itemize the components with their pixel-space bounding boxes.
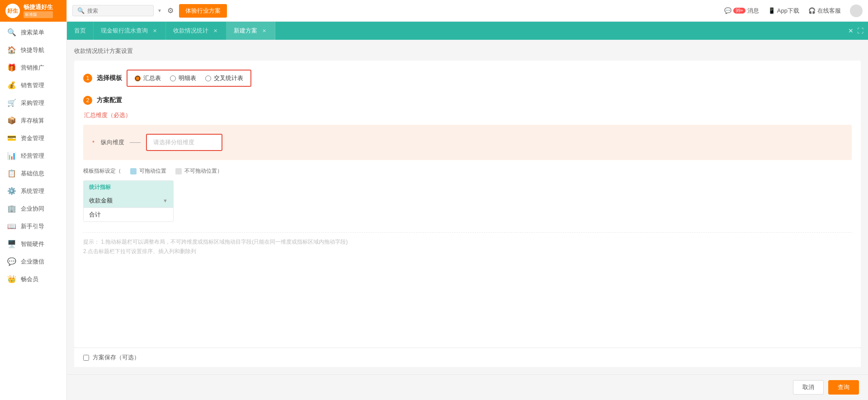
guide-icon: 📖: [7, 222, 16, 231]
sidebar-item-search-menu[interactable]: 🔍 搜索菜单: [0, 24, 66, 41]
sidebar-item-marketing[interactable]: 🎁 营销推广: [0, 59, 66, 76]
tips-area: 提示： 1.拖动标题栏可以调整布局，不可跨维度或指标区域拖动目字段(只能在同一维…: [83, 232, 852, 255]
step1-badge: 1: [83, 74, 92, 83]
main-area: 🔍 ▼ ⚙ 体验行业方案 💬 99+ 消息 📱 App下载 🎧 在线客服: [67, 0, 868, 400]
dim-select[interactable]: 请选择分组维度: [146, 134, 222, 151]
marketing-icon: 🎁: [7, 63, 16, 72]
app-download-icon: 📱: [768, 7, 775, 14]
search-input[interactable]: [87, 8, 146, 14]
sidebar-item-enterprise[interactable]: 🏢 企业协同: [0, 200, 66, 217]
indicator-settings: 模板指标设定（ 可拖动位置 不可拖动位置） 统计指标 收: [83, 167, 852, 223]
trial-button[interactable]: 体验行业方案: [179, 4, 227, 18]
tab-close-all-icon[interactable]: ✕: [848, 27, 854, 34]
wechat-icon: 💬: [7, 257, 16, 266]
tab-new-plan-close-icon[interactable]: ✕: [261, 28, 268, 34]
inventory-icon: 📦: [7, 116, 16, 125]
radio-summary[interactable]: 汇总表: [135, 74, 161, 82]
dim-label: 纵向维度: [101, 138, 124, 146]
messages-badge: 99+: [733, 8, 745, 14]
gear-icon[interactable]: ⚙: [167, 6, 174, 15]
finance-icon: 💳: [7, 134, 16, 142]
radio-summary-input[interactable]: [135, 75, 141, 81]
sidebar-item-label-finance: 资金管理: [21, 134, 44, 142]
user-avatar[interactable]: [850, 5, 863, 17]
sidebar-item-purchase[interactable]: 🛒 采购管理: [0, 94, 66, 112]
cancel-button[interactable]: 取消: [793, 380, 824, 395]
tab-actions: ✕ ⛶: [844, 22, 868, 40]
sidebar-nav: 🔍 搜索菜单 🏠 快捷导航 🎁 营销推广 💰 销售管理 🛒 采购管理 📦 库存核…: [0, 22, 66, 400]
system-icon: ⚙️: [7, 187, 16, 195]
dim-arrow: ——: [130, 139, 141, 146]
content-area: 收款情况统计方案设置 1 选择模板 汇总表 明细表: [67, 40, 868, 374]
movable-dot: [130, 168, 137, 174]
sidebar-item-label-operation: 经营管理: [21, 152, 44, 160]
sidebar-item-label-member: 畅会员: [21, 275, 38, 283]
indicator-legend: 模板指标设定（ 可拖动位置 不可拖动位置）: [83, 167, 852, 175]
tab-bank-flow[interactable]: 现金银行流水查询 ✕: [94, 22, 166, 40]
page-title: 收款情况统计方案设置: [74, 47, 861, 55]
sidebar-item-base-info[interactable]: 📋 基础信息: [0, 165, 66, 182]
tab-new-plan[interactable]: 新建方案 ✕: [226, 22, 275, 40]
tab-new-plan-label: 新建方案: [234, 27, 257, 35]
indicator-total: 合计: [84, 207, 173, 221]
app-download-label: App下载: [777, 7, 799, 15]
sidebar-item-wechat[interactable]: 💬 企业微信: [0, 253, 66, 270]
sidebar: 好生 畅捷通好生 标准版 🔍 搜索菜单 🏠 快捷导航 🎁 营销推广 💰 销售管理…: [0, 0, 67, 400]
sidebar-item-label-system: 系统管理: [21, 187, 44, 195]
radio-detail-input[interactable]: [170, 75, 176, 81]
indicator-dropdown-icon[interactable]: ▼: [163, 198, 168, 203]
indicator-cell-amount[interactable]: 收款金额 ▼: [84, 194, 173, 207]
sales-icon: 💰: [7, 81, 16, 89]
tab-bank-flow-label: 现金银行流水查询: [101, 27, 148, 35]
step2-section: 2 方案配置 汇总维度（必选） * 纵向维度 —— 请选择分组维度: [83, 96, 852, 255]
messages-item[interactable]: 💬 99+ 消息: [724, 7, 759, 15]
sidebar-item-inventory[interactable]: 📦 库存核算: [0, 112, 66, 129]
online-service-label: 在线客服: [817, 7, 841, 15]
save-section: 方案保存（可选）: [74, 348, 861, 367]
sidebar-item-label-base-info: 基础信息: [21, 169, 44, 178]
indicator-table: 统计指标 收款金额 ▼ 合计: [83, 180, 174, 222]
sidebar-item-quick-nav[interactable]: 🏠 快捷导航: [0, 41, 66, 59]
template-options: 汇总表 明细表 交叉统计表: [127, 70, 251, 87]
sidebar-item-label-hardware: 智能硬件: [21, 240, 44, 248]
dropdown-arrow-icon[interactable]: ▼: [157, 8, 162, 13]
enterprise-icon: 🏢: [7, 204, 16, 213]
step1-header: 1 选择模板 汇总表 明细表 交叉统计表: [83, 70, 852, 87]
movable-legend-item: 可拖动位置: [130, 167, 166, 175]
fixed-dot: [175, 168, 182, 174]
sidebar-item-hardware[interactable]: 🖥️ 智能硬件: [0, 235, 66, 253]
step1-section: 1 选择模板 汇总表 明细表 交叉统计表: [83, 70, 852, 87]
footer-bar: 取消 查询: [67, 374, 868, 400]
online-service-item[interactable]: 🎧 在线客服: [808, 7, 841, 15]
summary-dim-label: 汇总维度（必选）: [83, 111, 852, 119]
sidebar-item-label-search-menu: 搜索菜单: [21, 28, 44, 37]
sidebar-item-label-guide: 新手引导: [21, 222, 44, 231]
query-button[interactable]: 查询: [828, 380, 859, 395]
radio-cross[interactable]: 交叉统计表: [205, 74, 243, 82]
tab-home[interactable]: 首页: [67, 22, 94, 40]
sidebar-item-operation[interactable]: 📊 经营管理: [0, 147, 66, 165]
tab-expand-icon[interactable]: ⛶: [857, 27, 863, 34]
sidebar-item-label-wechat: 企业微信: [21, 258, 44, 266]
save-checkbox[interactable]: [83, 355, 89, 361]
tab-bank-flow-close-icon[interactable]: ✕: [151, 28, 158, 34]
sidebar-item-system[interactable]: ⚙️ 系统管理: [0, 182, 66, 200]
sidebar-item-member[interactable]: 👑 畅会员: [0, 270, 66, 288]
tab-collection-stats-close-icon[interactable]: ✕: [212, 28, 219, 34]
purchase-icon: 🛒: [7, 99, 16, 107]
tab-collection-stats[interactable]: 收款情况统计 ✕: [166, 22, 226, 40]
messages-label: 消息: [747, 7, 759, 15]
app-download-item[interactable]: 📱 App下载: [768, 7, 799, 15]
sidebar-item-guide[interactable]: 📖 新手引导: [0, 217, 66, 235]
sidebar-item-label-sales: 销售管理: [21, 81, 44, 89]
sidebar-item-sales[interactable]: 💰 销售管理: [0, 76, 66, 94]
radio-detail[interactable]: 明细表: [170, 74, 196, 82]
step1-title: 选择模板: [97, 74, 122, 82]
fixed-legend-item: 不可拖动位置）: [175, 167, 222, 175]
tab-collection-stats-label: 收款情况统计: [173, 27, 208, 35]
home-icon: 🏠: [7, 46, 16, 54]
search-box[interactable]: 🔍: [72, 5, 154, 16]
top-header: 🔍 ▼ ⚙ 体验行业方案 💬 99+ 消息 📱 App下载 🎧 在线客服: [67, 0, 868, 22]
radio-cross-input[interactable]: [205, 75, 211, 81]
sidebar-item-finance[interactable]: 💳 资金管理: [0, 129, 66, 147]
